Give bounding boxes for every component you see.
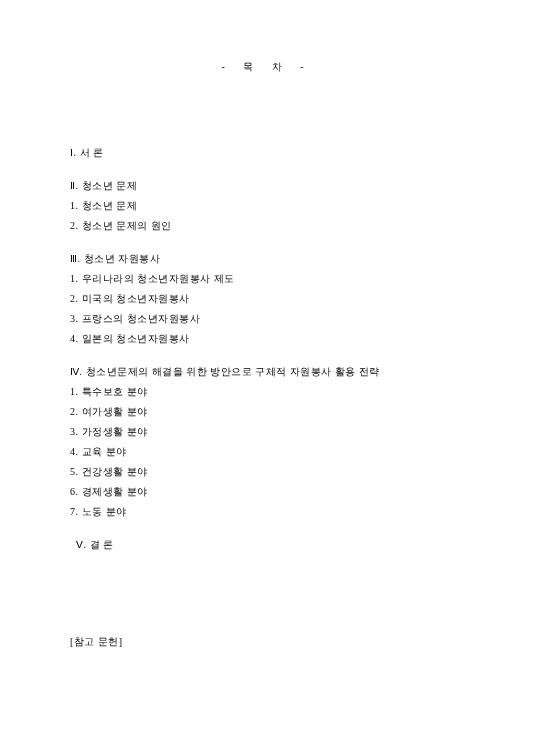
toc-section-5: Ⅴ. 결 론	[76, 536, 463, 553]
toc-item-4-7: 7. 노동 분야	[70, 503, 463, 520]
toc-section-3: Ⅲ. 청소년 자원봉사 1. 우리나라의 청소년자원봉사 제도 2. 미국의 청…	[70, 250, 463, 347]
toc-item-2-1: 1. 청소년 문제	[70, 197, 463, 214]
toc-heading-4: Ⅳ. 청소년문제의 해결을 위한 방안으로 구체적 자원봉사 활용 전략	[70, 363, 463, 380]
toc-item-2-2: 2. 청소년 문제의 원인	[70, 217, 463, 234]
toc-item-3-3: 3. 프랑스의 청소년자원봉사	[70, 310, 463, 327]
toc-heading-5: Ⅴ. 결 론	[76, 536, 463, 553]
toc-section-2: Ⅱ. 청소년 문제 1. 청소년 문제 2. 청소년 문제의 원인	[70, 177, 463, 234]
toc-section-4: Ⅳ. 청소년문제의 해결을 위한 방안으로 구체적 자원봉사 활용 전략 1. …	[70, 363, 463, 520]
toc-item-4-4: 4. 교육 분야	[70, 443, 463, 460]
toc-item-4-1: 1. 특수보호 분야	[70, 383, 463, 400]
toc-item-3-2: 2. 미국의 청소년자원봉사	[70, 290, 463, 307]
toc-section-1: Ⅰ. 서 론	[70, 144, 463, 161]
title-text: - 목 차 -	[221, 61, 311, 72]
toc-item-3-4: 4. 일본의 청소년자원봉사	[70, 330, 463, 347]
toc-item-4-2: 2. 여가생활 분야	[70, 403, 463, 420]
toc-heading-1: Ⅰ. 서 론	[70, 144, 463, 161]
toc-item-4-6: 6. 경제생활 분야	[70, 483, 463, 500]
toc-item-4-5: 5. 건강생활 분야	[70, 463, 463, 480]
toc-heading-2: Ⅱ. 청소년 문제	[70, 177, 463, 194]
toc-heading-3: Ⅲ. 청소년 자원봉사	[70, 250, 463, 267]
reference-label: [참고 문헌]	[70, 633, 463, 650]
toc-item-4-3: 3. 가정생활 분야	[70, 423, 463, 440]
table-of-contents: Ⅰ. 서 론 Ⅱ. 청소년 문제 1. 청소년 문제 2. 청소년 문제의 원인…	[70, 144, 463, 650]
toc-reference: [참고 문헌]	[70, 633, 463, 650]
toc-item-3-1: 1. 우리나라의 청소년자원봉사 제도	[70, 270, 463, 287]
document-title: - 목 차 -	[70, 60, 463, 74]
